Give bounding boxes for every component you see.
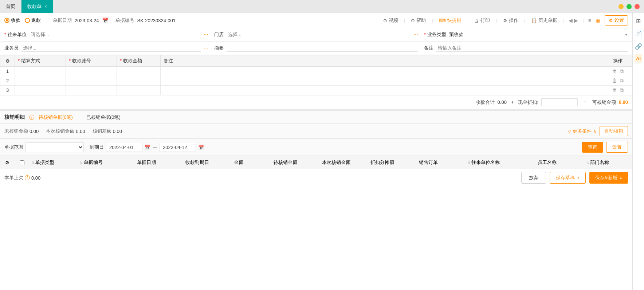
settings-button[interactable]: ⚙ 设置: [605, 15, 628, 26]
doc-no-sort-icon[interactable]: ⇅: [80, 161, 83, 165]
calendar-icon[interactable]: 📅: [102, 17, 108, 23]
tab-home[interactable]: 首页: [0, 0, 21, 13]
tab-sep: [77, 114, 82, 121]
th-account: 收款账号: [66, 55, 117, 67]
store-more-icon[interactable]: ···: [413, 31, 418, 38]
remark-input[interactable]: [436, 44, 628, 52]
sum-label: 收款合计: [476, 99, 495, 106]
row-1-remark[interactable]: [161, 67, 603, 76]
help-icon: ⊙: [411, 18, 415, 23]
discount-input[interactable]: [541, 98, 578, 106]
partner-input[interactable]: [30, 31, 201, 38]
row-2-delete-icon[interactable]: 🗑: [612, 78, 617, 84]
range-select[interactable]: [25, 142, 84, 152]
row-3-delete-icon[interactable]: 🗑: [612, 87, 617, 93]
save-new-label: 保存&新增: [595, 175, 617, 181]
shortcut-btn[interactable]: ⌨ 快捷键: [437, 16, 463, 24]
print-label: 打印: [480, 17, 490, 24]
row-3-remark[interactable]: [161, 86, 603, 95]
close-btn[interactable]: [635, 4, 640, 9]
pending-tab-link[interactable]: 待核销单据(0笔): [39, 114, 73, 121]
more-conditions-btn[interactable]: ▽ 更多条件 ∧: [568, 128, 597, 134]
row-1-delete-icon[interactable]: 🗑: [612, 68, 617, 74]
due-date-from-input[interactable]: [106, 143, 142, 152]
save-draft-btn[interactable]: 保存草稿 ∧: [550, 172, 586, 184]
radio-refund[interactable]: 退款: [25, 17, 41, 24]
reconcile-stats: 未核销金额 0.00 本次核销金额 0.00 核销差额 0.00 ▽ 更多条件 …: [0, 124, 632, 139]
grid-icon[interactable]: ▦: [596, 17, 600, 23]
row-3-settle[interactable]: [15, 86, 66, 95]
row-2-remark[interactable]: [161, 76, 603, 86]
store-input[interactable]: [227, 31, 411, 38]
next-arrow[interactable]: ▶: [574, 17, 578, 23]
sidebar-ai-icon[interactable]: Ai: [635, 54, 642, 63]
row-2-amount[interactable]: [117, 76, 161, 86]
query-btn[interactable]: 查询: [582, 142, 603, 153]
th-gear[interactable]: ⚙: [0, 55, 15, 67]
reconcile-settings-label: 设置: [612, 144, 622, 150]
th-pending-amount: 待核销金额: [271, 158, 320, 167]
history-btn[interactable]: 📋 历史单据: [530, 16, 559, 24]
available-value: 0.00: [619, 99, 628, 105]
radio-receive[interactable]: 收款: [4, 17, 20, 24]
partner-more-icon[interactable]: ···: [204, 31, 208, 38]
current-stat: 本次核销金额 0.00: [46, 128, 85, 134]
row-3-account[interactable]: [66, 86, 117, 95]
calendar-from-icon[interactable]: 📅: [145, 145, 150, 150]
row-1-settle[interactable]: [15, 67, 66, 76]
row-1-copy-icon[interactable]: ⧉: [620, 68, 624, 74]
partner-sort-icon[interactable]: ⇅: [467, 161, 470, 165]
reconcile-info-icon[interactable]: i: [29, 115, 34, 120]
discard-label: 放弃: [529, 175, 538, 180]
staff-input[interactable]: [21, 44, 201, 52]
print-btn[interactable]: 🖨 打印: [473, 16, 491, 24]
row-2-settle[interactable]: [15, 76, 66, 86]
row-num-3: 3: [0, 86, 15, 95]
query-label: 查询: [588, 144, 597, 150]
operation-btn[interactable]: ⚙ 操作: [502, 16, 520, 24]
done-tab-link[interactable]: 已核销单据(0笔): [86, 114, 121, 121]
sidebar-table-icon[interactable]: ⊞: [635, 16, 642, 26]
summary-input[interactable]: [227, 44, 418, 52]
bottom-info-icon[interactable]: ?: [25, 175, 30, 180]
tab-close-icon[interactable]: ×: [44, 4, 47, 9]
tab-active[interactable]: 收款单 ×: [21, 0, 53, 13]
doc-date-header: 单据日期: [137, 160, 156, 165]
reconcile-section: 核销明细 i 待核销单据(0笔) 已核销单据(0笔) 未核销金额 0.00 本次…: [0, 109, 632, 169]
sidebar-doc-icon[interactable]: 📄: [633, 29, 644, 39]
th-gear-reconcile[interactable]: ⚙: [0, 158, 15, 167]
dept-sort-icon[interactable]: ⇅: [586, 161, 589, 165]
due-date-to-input[interactable]: [160, 143, 196, 152]
save-new-btn[interactable]: 保存&新增 ∧: [589, 172, 628, 184]
prev-arrow[interactable]: ◀: [569, 17, 573, 23]
staff-more-icon[interactable]: ···: [204, 45, 208, 51]
th-due-date: 收款到期日: [183, 158, 232, 167]
list-icon[interactable]: ≡: [588, 17, 591, 23]
th-dept-name: ⇅ 部门名称: [584, 158, 632, 167]
row-2-copy-icon[interactable]: ⧉: [620, 78, 624, 84]
row-1-account[interactable]: [66, 67, 117, 76]
bottom-bar: 本单上欠 ? 0.00 放弃 保存草稿 ∧ 保存&新增 ∧: [0, 169, 632, 187]
th-partner-name: ⇅ 往来单位名称: [465, 158, 535, 167]
discard-btn[interactable]: 放弃: [521, 172, 546, 184]
row-3-copy-icon[interactable]: ⧉: [620, 87, 624, 93]
auto-reconcile-btn[interactable]: 自动核销: [600, 126, 628, 136]
radio-refund-dot: [25, 18, 30, 23]
row-2-account[interactable]: [66, 76, 117, 86]
select-all-checkbox[interactable]: [20, 160, 24, 165]
row-1-amount[interactable]: [117, 67, 161, 76]
print-icon: 🖨: [474, 18, 479, 23]
partner-field: 往来单位 ···: [4, 31, 208, 38]
doc-type-sort-icon[interactable]: ⇅: [31, 161, 34, 165]
reconcile-settings-btn[interactable]: 设置: [606, 142, 628, 153]
biz-type-dropdown-icon[interactable]: ▼: [624, 33, 628, 37]
th-checkbox[interactable]: [15, 160, 29, 165]
minimize-btn[interactable]: [619, 4, 624, 9]
row-3-amount[interactable]: [117, 86, 161, 95]
maximize-btn[interactable]: [627, 4, 632, 9]
help-btn[interactable]: ⊙ 帮助: [409, 16, 427, 24]
calendar-to-icon[interactable]: 📅: [198, 145, 204, 150]
sidebar-attach-icon[interactable]: 🔗: [633, 42, 644, 51]
video-btn[interactable]: ⊙ 视频: [382, 16, 400, 24]
plus-sign: +: [511, 99, 514, 105]
